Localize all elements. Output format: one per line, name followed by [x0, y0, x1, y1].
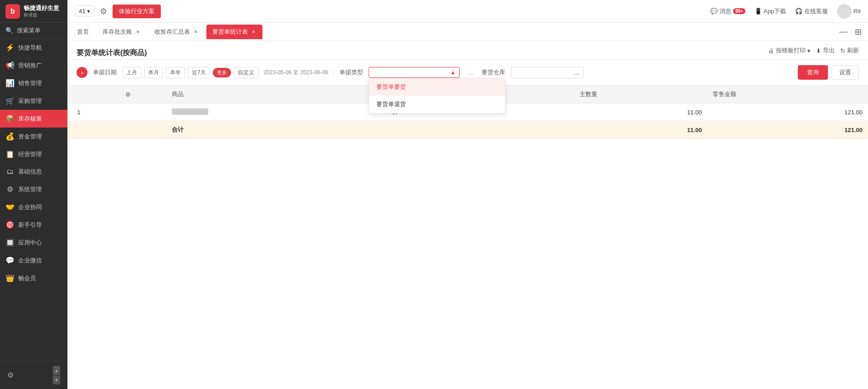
col-quantity-header: 主数量 — [574, 86, 707, 103]
app-edition: 标准版 — [24, 12, 59, 18]
sidebar-item-label: 新手引导 — [18, 221, 42, 229]
topbar: 41 ▾ ⚙ 体验行业方案 💬 消息 99+ 📱 App下载 🎧 在线客服 — [67, 0, 868, 23]
sidebar-item-enterprise[interactable]: 🤝 企业协同 — [0, 198, 67, 216]
type-dropdown-arrow-up-icon: ▲ — [450, 69, 456, 76]
sidebar-item-finance[interactable]: 💰 资金管理 — [0, 128, 67, 145]
chevron-down-icon: ▾ — [87, 8, 90, 15]
guide-icon: 🎯 — [5, 220, 15, 229]
inventory-icon: 📦 — [5, 114, 15, 123]
col-product-header: 商品 — [166, 86, 386, 103]
sidebar-item-label: 企业协同 — [18, 203, 42, 211]
sidebar-item-label: 库存核算 — [18, 115, 42, 123]
topbar-left: 41 ▾ ⚙ 体验行业方案 — [75, 5, 161, 18]
print-icon: 🖨 — [768, 47, 774, 54]
notification-icon: 💬 — [710, 8, 718, 15]
user-avatar-item[interactable]: Rit — [837, 4, 861, 19]
tab-delivery-summary-close-icon[interactable]: × — [193, 29, 199, 35]
online-service-label: 在线客服 — [804, 7, 828, 15]
tab-expand-btn[interactable]: ⊞ — [852, 26, 864, 38]
sidebar-item-marketing[interactable]: 📢 营销推广 — [0, 56, 67, 74]
avatar — [837, 4, 852, 19]
print-dropdown-icon: ▾ — [807, 47, 811, 54]
sidebar-item-app-center[interactable]: 🔲 应用中心 — [0, 234, 67, 251]
tab-order-stats-label: 要货单统计表 — [212, 28, 248, 36]
wechat-icon: 💬 — [5, 256, 15, 265]
notification-item[interactable]: 💬 消息 99+ — [710, 7, 745, 15]
sidebar-footer: ⚙ ▲ ▼ — [0, 361, 67, 389]
page-header: 要货单统计表(按商品) 🖨 按模板打印 ▾ ⬇ 导出 ↻ 刷新 — [67, 41, 868, 60]
sidebar-item-quick-nav[interactable]: ⚡ 快捷导航 — [0, 39, 67, 56]
date-range-text: 2023-05-06 至 2023-06-06 — [264, 69, 328, 77]
more-date-btn[interactable]: 更多 — [213, 68, 231, 77]
finance-icon: 💰 — [5, 132, 15, 141]
dropdown-item-return[interactable]: 要货单退货 — [369, 96, 505, 113]
tab-delivery-summary[interactable]: 收发存汇总表 × — [149, 25, 205, 39]
system-icon: ⚙ — [5, 185, 15, 194]
trial-btn[interactable]: 体验行业方案 — [113, 5, 161, 18]
sidebar-item-basic-info[interactable]: 🗂 基础信息 — [0, 163, 67, 180]
print-label: 按模板打印 — [776, 46, 806, 55]
sidebar-item-sales[interactable]: 📊 销售管理 — [0, 74, 67, 92]
this-month-btn[interactable]: 本月 — [144, 67, 163, 78]
operations-icon: 📋 — [5, 150, 15, 159]
tab-minimize-btn[interactable]: — — [837, 26, 850, 37]
col-settings-header[interactable]: ⚙ — [90, 86, 166, 103]
dropdown-item-order-label: 要货单要货 — [376, 83, 406, 90]
refresh-btn[interactable]: ↻ 刷新 — [840, 46, 859, 55]
dropdown-item-order[interactable]: 要货单要货 — [369, 78, 505, 96]
member-icon: 👑 — [5, 274, 15, 282]
sidebar-item-member[interactable]: 👑 畅会员 — [0, 269, 67, 287]
app-download-item[interactable]: 📱 App下载 — [755, 7, 786, 15]
notification-badge: 99+ — [733, 8, 745, 14]
warehouse-selector[interactable]: … — [511, 67, 584, 78]
page-header-actions: 🖨 按模板打印 ▾ ⬇ 导出 ↻ 刷新 — [768, 46, 859, 59]
dropdown-item-return-label: 要货单退货 — [376, 101, 406, 107]
filter-settings-btn[interactable]: 设置 — [832, 65, 859, 80]
export-icon: ⬇ — [816, 47, 821, 54]
sidebar-item-system[interactable]: ⚙ 系统管理 — [0, 180, 67, 198]
sidebar-nav: ⚡ 快捷导航 📢 营销推广 📊 销售管理 🛒 采购管理 📦 库存核算 💰 资金管… — [0, 39, 67, 361]
last-7-days-btn[interactable]: 近7天 — [188, 67, 210, 78]
custom-date-btn[interactable]: 自定义 — [234, 67, 258, 78]
sidebar-item-purchase[interactable]: 🛒 采购管理 — [0, 92, 67, 110]
search-menu-item[interactable]: 🔍 搜索菜单 — [0, 23, 67, 39]
notification-label: 消息 — [719, 7, 731, 15]
sidebar-item-wechat[interactable]: 💬 企业微信 — [0, 251, 67, 269]
print-btn[interactable]: 🖨 按模板打印 ▾ — [768, 46, 811, 55]
row-settings-cell — [90, 103, 166, 121]
tab-order-stats[interactable]: 要货单统计表 × — [206, 25, 262, 39]
type-dropdown[interactable]: ▲ — [369, 67, 460, 78]
tab-delivery-summary-label: 收发存汇总表 — [154, 28, 190, 36]
sidebar-item-label: 基础信息 — [18, 168, 42, 176]
scroll-up-btn[interactable]: ▲ — [53, 366, 60, 375]
export-btn[interactable]: ⬇ 导出 — [816, 46, 835, 55]
online-service-item[interactable]: 🎧 在线客服 — [795, 7, 828, 15]
last-month-btn[interactable]: 上月 — [122, 67, 141, 78]
app-download-label: App下载 — [764, 7, 786, 15]
type-dropdown-wrapper: ▲ 要货单要货 要货单退货 — [369, 67, 460, 78]
sidebar-item-guide[interactable]: 🎯 新手引导 — [0, 216, 67, 234]
total-row: 合计 11.00 121.00 — [67, 121, 868, 139]
app-center-icon: 🔲 — [5, 238, 15, 247]
row-amount: 121.00 — [707, 103, 868, 121]
this-year-btn[interactable]: 本年 — [166, 67, 185, 78]
filter-more-btn[interactable]: … — [465, 68, 476, 77]
query-btn[interactable]: 查询 — [798, 65, 828, 80]
topbar-settings-icon[interactable]: ⚙ — [100, 6, 107, 16]
tab-order-stats-close-icon[interactable]: × — [251, 29, 257, 35]
store-selector[interactable]: 41 ▾ — [75, 5, 94, 17]
tab-batch-account[interactable]: 库存批次账 × — [97, 25, 147, 39]
scroll-down-btn[interactable]: ▼ — [53, 375, 60, 384]
page-title: 要货单统计表(按商品) — [77, 48, 147, 58]
tab-home[interactable]: 首页 — [71, 25, 95, 39]
table-settings-icon: ⚙ — [125, 91, 131, 98]
user-name: Rit — [853, 8, 861, 15]
sidebar-item-label: 应用中心 — [18, 239, 42, 247]
sidebar-item-operations[interactable]: 📋 经营管理 — [0, 145, 67, 163]
tab-batch-account-close-icon[interactable]: × — [135, 29, 141, 35]
settings-footer-icon[interactable]: ⚙ — [7, 371, 14, 379]
filter-expand-btn[interactable]: › — [77, 67, 87, 78]
filter-divider-1 — [334, 68, 334, 77]
sidebar-item-label: 经营管理 — [18, 150, 42, 159]
sidebar-item-inventory[interactable]: 📦 库存核算 — [0, 110, 67, 128]
